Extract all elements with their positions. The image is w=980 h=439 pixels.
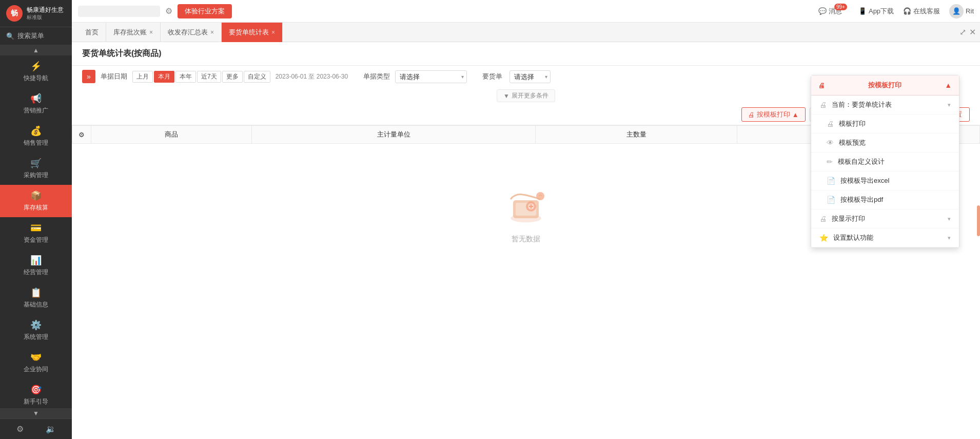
topbar-search-input[interactable] (78, 6, 160, 17)
message-button[interactable]: 💬 消息 99+ (818, 7, 842, 16)
guide-icon: 🎯 (30, 384, 42, 395)
display-print-label-row: 按显示打印 ▾ (832, 214, 951, 223)
topbar-gear-icon[interactable]: ⚙ (165, 6, 172, 16)
date-filter-label: 单据日期 (101, 72, 127, 81)
sidebar-scroll-up[interactable]: ▲ (0, 45, 72, 55)
tab-collect-close-icon[interactable]: × (210, 29, 214, 36)
logo-text-area: 畅康通好生意 标准版 (27, 6, 64, 22)
date-btn-current-year[interactable]: 本年 (175, 71, 196, 83)
settings-icon[interactable]: ⚙ (16, 424, 24, 434)
type-filter-label: 单据类型 (363, 72, 390, 81)
avatar-circle: 👤 (949, 4, 964, 18)
sidebar-item-operation[interactable]: 📊 经营管理 (0, 250, 72, 282)
message-icon: 💬 (818, 7, 827, 15)
topbar-right: 💬 消息 99+ 📱 App下载 🎧 在线客服 👤 Rit (818, 4, 974, 18)
sidebar-search[interactable]: 🔍 搜索菜单 (0, 27, 72, 45)
date-btn-custom[interactable]: 自定义 (244, 71, 270, 83)
sidebar-bottom: ⚙ 🔉 (0, 418, 72, 439)
sidebar-item-system[interactable]: ⚙️ 系统管理 (0, 314, 72, 347)
tab-order-stats[interactable]: 要货单统计表 × (222, 23, 283, 42)
sidebar-item-label: 系统管理 (24, 333, 48, 341)
expand-more-label: 展开更多条件 (512, 91, 548, 100)
template-custom-icon: ✏ (827, 158, 833, 166)
inventory-icon: 📦 (30, 190, 42, 201)
current-chevron-icon: ▾ (948, 102, 951, 108)
tab-order-close-icon[interactable]: × (271, 29, 275, 36)
online-service-button[interactable]: 🎧 在线客服 (903, 7, 940, 16)
display-print-chevron-icon: ▾ (948, 216, 951, 222)
sidebar-item-inventory[interactable]: 📦 库存核算 (0, 185, 72, 217)
sidebar-item-purchase[interactable]: 🛒 采购管理 (0, 152, 72, 185)
print-dropdown-header: 🖨 按模板打印 ▲ (811, 75, 959, 96)
display-print-label: 按显示打印 (832, 214, 865, 223)
sales-icon: 💰 (30, 125, 42, 137)
message-badge: 99+ (834, 4, 847, 10)
print-template-pdf-item[interactable]: 📄 按模板导出pdf (811, 190, 959, 209)
sidebar-item-label: 营销推广 (24, 106, 48, 115)
order-filter-select[interactable]: 请选择 (509, 70, 551, 83)
current-template-label: 当前：要货单统计表 (832, 100, 892, 109)
volume-icon[interactable]: 🔉 (46, 424, 56, 434)
type-filter-select-wrapper: 请选择 要货单 (395, 70, 467, 83)
sidebar-item-label: 销售管理 (24, 139, 48, 147)
sidebar-item-enterprise[interactable]: 🤝 企业协同 (0, 347, 72, 379)
date-btn-7days[interactable]: 近7天 (197, 71, 221, 83)
purchase-icon: 🛒 (30, 158, 42, 169)
basic-icon: 📋 (30, 287, 42, 298)
type-filter-select[interactable]: 请选择 要货单 (395, 70, 467, 83)
logo-icon: 畅 (6, 5, 23, 22)
main-area: ⚙ 体验行业方案 💬 消息 99+ 📱 App下载 🎧 在线客服 👤 Rit (72, 0, 980, 439)
tab-maximize-icon[interactable]: ⤢ (959, 27, 966, 37)
sidebar-item-basic[interactable]: 📋 基础信息 (0, 282, 72, 314)
expand-more-button[interactable]: ▼ 展开更多条件 (497, 89, 555, 102)
print-icon: 🖨 (818, 82, 825, 89)
print-template-excel-item[interactable]: 📄 按模板导出excel (811, 171, 959, 190)
tab-home-label: 首页 (85, 28, 99, 37)
filter-toggle-button[interactable]: » (82, 70, 95, 83)
print-template-button[interactable]: 🖨 按模板打印 ▲ (741, 107, 806, 122)
tab-collect-summary[interactable]: 收发存汇总表 × (161, 23, 222, 42)
page-title: 要货单统计表(按商品) (82, 48, 970, 59)
print-current-item[interactable]: 🖨 当前：要货单统计表 ▾ (811, 96, 959, 114)
print-dropdown: 🖨 按模板打印 ▲ 🖨 当前：要货单统计表 ▾ 🖨 模板打印 👁 模板预览 ✏ … (811, 75, 959, 248)
sidebar-menu: ⚡ 快捷导航 📢 营销推广 💰 销售管理 🛒 采购管理 📦 库存核算 💳 资金管… (0, 55, 72, 408)
sidebar-scroll-down[interactable]: ▼ (0, 408, 72, 418)
print-template-preview-item[interactable]: 👁 模板预览 (811, 133, 959, 152)
sidebar-item-sales[interactable]: 💰 销售管理 (0, 120, 72, 152)
sidebar-logo: 畅 畅康通好生意 标准版 (0, 0, 72, 27)
date-btn-last-month[interactable]: 上月 (132, 71, 153, 83)
template-custom-label: 模板自定义设计 (838, 157, 885, 166)
tab-batch-close-icon[interactable]: × (149, 29, 153, 36)
print-template-print-item[interactable]: 🖨 模板打印 (811, 114, 959, 133)
industry-solution-button[interactable]: 体验行业方案 (178, 4, 232, 18)
marketing-icon: 📢 (30, 93, 42, 104)
date-btn-current-month[interactable]: 本月 (154, 71, 174, 83)
sidebar-item-label: 经营管理 (24, 268, 48, 277)
print-template-custom-item[interactable]: ✏ 模板自定义设计 (811, 152, 959, 171)
tab-close-all-icon[interactable]: ✕ (969, 27, 976, 37)
sidebar-item-guide[interactable]: 🎯 新手引导 (0, 379, 72, 408)
sidebar-item-finance[interactable]: 💳 资金管理 (0, 217, 72, 250)
sidebar-item-marketing[interactable]: 📢 营销推广 (0, 88, 72, 120)
user-avatar[interactable]: 👤 Rit (949, 4, 974, 18)
print-set-default-item[interactable]: ⭐ 设置默认功能 ▾ (811, 228, 959, 247)
table-header-settings[interactable]: ⚙ (72, 126, 91, 144)
sidebar-item-label: 企业协同 (24, 365, 48, 374)
current-template-icon: 🖨 (819, 101, 827, 109)
date-btn-more[interactable]: 更多 (222, 71, 243, 83)
tab-home[interactable]: 首页 (78, 23, 106, 42)
sidebar-item-label: 基础信息 (24, 300, 48, 309)
sidebar-item-label: 新手引导 (24, 397, 48, 406)
empty-svg (500, 185, 552, 226)
template-preview-icon: 👁 (827, 139, 834, 147)
topbar: ⚙ 体验行业方案 💬 消息 99+ 📱 App下载 🎧 在线客服 👤 Rit (72, 0, 980, 23)
set-default-label: 设置默认功能 (833, 233, 873, 242)
tab-batch-account[interactable]: 库存批次账 × (106, 23, 161, 42)
app-download-button[interactable]: 📱 App下载 (858, 7, 894, 16)
tab-label: 要货单统计表 (229, 28, 269, 37)
scrollbar-indicator (977, 205, 980, 236)
print-dropdown-close-icon[interactable]: ▲ (945, 81, 952, 89)
table-header-unit: 主计量单位 (252, 126, 536, 144)
sidebar-item-quick-nav[interactable]: ⚡ 快捷导航 (0, 55, 72, 88)
print-display-item[interactable]: 🖨 按显示打印 ▾ (811, 209, 959, 228)
